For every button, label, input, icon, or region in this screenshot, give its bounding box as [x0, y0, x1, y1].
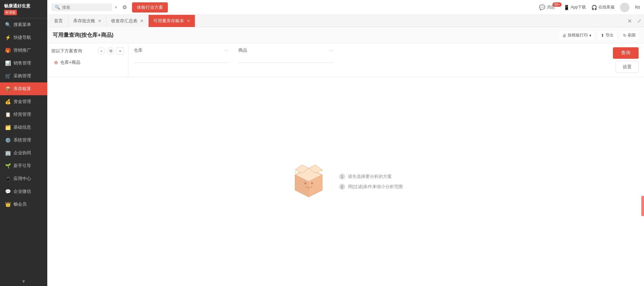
sidebar-item-label: 企业微信: [14, 188, 31, 194]
username-label: Rit: [635, 5, 640, 10]
app-download-button[interactable]: 📱 App下载: [564, 4, 586, 10]
sidebar-item-label: 采购管理: [14, 73, 31, 79]
export-button[interactable]: ⬆ 导出: [598, 31, 616, 40]
sidebar-item-sales[interactable]: 📊 销售管理: [0, 57, 47, 70]
app-download-label: App下载: [571, 4, 586, 10]
add-scheme-button[interactable]: ＋: [98, 47, 105, 55]
trial-industry-button[interactable]: 体验行业方案: [132, 2, 168, 12]
sidebar-item-label: 系统管理: [14, 137, 31, 143]
empty-tips: 1 请先选择要分析的方案 2 用[过滤]条件来缩小分析范围: [339, 174, 403, 190]
sidebar-item-label: 应用中心: [14, 176, 31, 182]
tip-text-1: 请先选择要分析的方案: [348, 174, 392, 180]
print-button[interactable]: 🖨 按模板打印 ▾: [560, 31, 594, 40]
warehouse-filter-field: 仓库 ···: [134, 47, 228, 63]
money-icon: 💰: [5, 99, 11, 104]
close-tab-available-ledger[interactable]: ✕: [187, 19, 190, 23]
cart-icon: 🛒: [5, 73, 11, 79]
sidebar-item-label: 销售管理: [14, 60, 31, 66]
product-more-button[interactable]: ···: [329, 48, 333, 53]
settings-button[interactable]: 设置: [616, 61, 639, 73]
chevron-down-icon[interactable]: ▾: [115, 5, 117, 10]
query-button[interactable]: 查询: [613, 47, 639, 59]
online-service-label: 在线客服: [598, 4, 615, 10]
gift-icon: 🎁: [5, 48, 11, 53]
sidebar-item-label: 企业协同: [14, 150, 31, 156]
sidebar-item-label: 库存核算: [14, 86, 31, 92]
sidebar-item-label: 畅会员: [14, 201, 27, 207]
close-tab-receive-summary[interactable]: ✕: [140, 19, 144, 23]
sidebar-item-label: 经营管理: [14, 111, 31, 118]
expand-tabs-button[interactable]: ⤢: [637, 18, 641, 24]
chat-icon: 💬: [5, 189, 11, 194]
chart-icon: 📊: [5, 60, 11, 66]
empty-box-svg: ✦ ✦ ✧: [288, 161, 329, 202]
filter-sidebar-actions: ＋ ⚙ «: [98, 47, 124, 55]
close-tab-batch-account[interactable]: ✕: [98, 19, 101, 23]
settings-scheme-button[interactable]: ⚙: [107, 47, 114, 55]
tab-receive-summary[interactable]: 收发存汇总表 ✕: [106, 15, 149, 27]
sidebar-item-purchase[interactable]: 🛒 采购管理: [0, 70, 47, 82]
product-input[interactable]: [238, 55, 333, 63]
filter-fields: 仓库 ··· 商品 ··· 查询 设置: [128, 43, 644, 77]
message-badge: 99+: [552, 2, 562, 7]
sidebar-item-finance[interactable]: 💰 资金管理: [0, 95, 47, 108]
sidebar-item-label: 资金管理: [14, 99, 31, 105]
tip-num-1: 1: [339, 174, 345, 180]
brand-sub: 标准版: [4, 10, 17, 15]
avatar[interactable]: [620, 3, 629, 12]
topbar: 🔍 ▾ ⚙ 体验行业方案 💬 消息 99+ 📱 App下载 🎧 在线客服 Rit: [47, 0, 644, 15]
close-all-tabs-button[interactable]: ✕: [627, 18, 632, 24]
warehouse-field-label: 仓库 ···: [134, 47, 228, 53]
filter-area: 按以下方案查询 ＋ ⚙ « ⊕ 仓库+商品 仓库 ···: [47, 43, 644, 77]
edge-scrollbar[interactable]: [641, 196, 644, 216]
sidebar-item-corp[interactable]: 🏢 企业协同: [0, 147, 47, 159]
tab-batch-account[interactable]: 库存批次账 ✕: [69, 15, 106, 27]
svg-point-6: [304, 182, 306, 184]
sidebar-item-label: 基础信息: [14, 124, 31, 130]
page-header: 可用量查询(按仓库+商品) 🖨 按模板打印 ▾ ⬆ 导出 ↻ 刷新: [47, 27, 644, 43]
sidebar-header: 畅康通好生意 标准版: [0, 0, 47, 18]
sidebar-item-system[interactable]: ⚙️ 系统管理: [0, 134, 47, 147]
sidebar-scroll-down[interactable]: ▼: [0, 277, 47, 286]
empty-state: ✦ ✦ ✧ 1 请先选择要分析的方案 2 用[过滤]条件来缩小分析范围: [47, 77, 644, 286]
filter-section-label: 按以下方案查询: [51, 48, 82, 54]
refresh-button[interactable]: ↻ 刷新: [620, 31, 639, 40]
svg-text:✧: ✧: [292, 185, 294, 187]
sidebar-item-label: 新手引导: [14, 163, 31, 169]
sidebar-item-quick[interactable]: ⚡ 快捷导航: [0, 31, 47, 44]
sidebar-item-newbie[interactable]: 🌱 新手引导: [0, 159, 47, 172]
topbar-right: 💬 消息 99+ 📱 App下载 🎧 在线客服 Rit: [539, 3, 640, 12]
sidebar-item-operations[interactable]: 📋 经营管理: [0, 108, 47, 121]
sidebar-item-member[interactable]: 👑 畅会员: [0, 198, 47, 211]
topbar-search-box[interactable]: 🔍: [51, 3, 112, 11]
tab-available-ledger[interactable]: 可用量库存账本 ✕: [149, 15, 195, 27]
warehouse-input[interactable]: [134, 55, 228, 63]
sidebar-item-appstore[interactable]: 📱 应用中心: [0, 172, 47, 185]
sidebar-item-search[interactable]: 🔍 搜索菜单: [0, 18, 47, 31]
page-content: 可用量查询(按仓库+商品) 🖨 按模板打印 ▾ ⬆ 导出 ↻ 刷新: [47, 27, 644, 286]
collapse-scheme-button[interactable]: «: [117, 47, 124, 55]
folder-icon: 🗂️: [5, 125, 11, 130]
sidebar-item-wechat[interactable]: 💬 企业微信: [0, 185, 47, 198]
sidebar-item-marketing[interactable]: 🎁 营销推广: [0, 44, 47, 57]
message-button[interactable]: 💬 消息 99+: [539, 4, 558, 10]
settings-gear-button[interactable]: ⚙: [120, 3, 129, 12]
sidebar-item-base[interactable]: 🗂️ 基础信息: [0, 121, 47, 134]
warehouse-more-button[interactable]: ···: [224, 48, 228, 53]
search-icon: 🔍: [55, 5, 60, 10]
tab-home[interactable]: 首页: [49, 15, 69, 27]
chevron-down-icon: ▾: [589, 33, 591, 38]
product-filter-field: 商品 ···: [238, 47, 333, 63]
phone-icon: 📱: [564, 5, 569, 10]
search-icon: 🔍: [5, 22, 11, 27]
search-input[interactable]: [62, 5, 103, 10]
sidebar-item-label: 营销推广: [14, 47, 31, 53]
sidebar-item-inventory[interactable]: 📦 库存核算: [0, 82, 47, 95]
scheme-item-warehouse-product[interactable]: ⊕ 仓库+商品: [51, 57, 124, 68]
lightning-icon: ⚡: [5, 35, 11, 40]
svg-point-7: [311, 182, 313, 184]
online-service-button[interactable]: 🎧 在线客服: [591, 4, 615, 10]
tabbar: 首页 库存批次账 ✕ 收发存汇总表 ✕ 可用量库存账本 ✕ ✕ ⤢: [47, 15, 644, 27]
headset-icon: 🎧: [591, 5, 597, 10]
brand-name: 畅康通好生意: [4, 3, 43, 9]
